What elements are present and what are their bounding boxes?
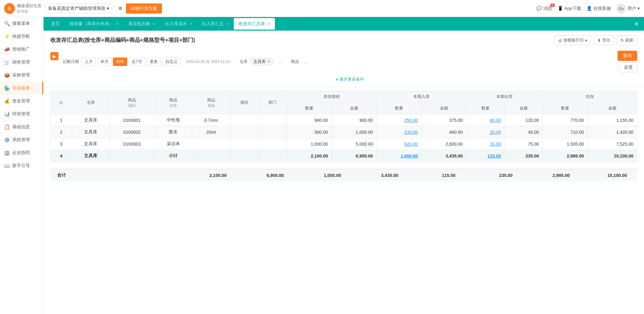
sidebar-label-operation: 经营管理 [12, 111, 30, 117]
sidebar-item-guide[interactable]: 📖 新手引导 [0, 159, 43, 172]
brand-icon: 6 [4, 3, 15, 14]
tab-summary[interactable]: 出入库汇总 ✕ [197, 18, 234, 30]
sidebar-item-search[interactable]: 🔍 搜索菜单 [0, 17, 43, 30]
table-body: 1文具库0100001中性笔0.7mm600.00900.00250.00375… [51, 114, 637, 162]
row-out-qty[interactable]: 115.00 [466, 150, 505, 162]
sidebar-item-marketing[interactable]: 📣 营销推广 [0, 43, 43, 56]
trial-button[interactable]: 体验行业方案 [126, 3, 162, 14]
row-in-qty-link[interactable]: 250.00 [404, 118, 418, 123]
row-in-qty-link[interactable]: 1,000.00 [401, 153, 418, 159]
filter-toggle-btn[interactable]: ▶ [50, 52, 59, 60]
sidebar-item-sales[interactable]: 🛒 销售管理 [0, 56, 43, 69]
sidebar-item-purchase[interactable]: 📦 采购管理 [0, 69, 43, 82]
sidebar-item-inventory[interactable]: 🏪 库存核算 [0, 82, 43, 95]
expand-more-btn[interactable]: ▾ 展开更多条件 [336, 75, 364, 84]
tab-close-summary[interactable]: ✕ [226, 22, 229, 26]
right-query-actions: 查询 设置 [617, 51, 637, 72]
tab-close-stock-dist[interactable]: ✕ [116, 22, 119, 26]
export-btn[interactable]: ⬇ 导出 [594, 35, 614, 45]
date-btn-this-year[interactable]: 本年 [113, 57, 127, 66]
tab-stock-dist[interactable]: 现存量（库存分布表） ✕ [65, 18, 123, 30]
row-product: 小计 [154, 150, 192, 162]
row-project [230, 114, 259, 126]
total-out-amt: 235.00 [459, 173, 516, 178]
expand-more-label: 展开更多条件 [340, 77, 364, 82]
service-icon: 👤 [587, 6, 592, 11]
date-filter-label: 记账日期 [63, 59, 79, 65]
goods-dots-btn[interactable]: ... [302, 59, 310, 65]
message-icon: 💬 [536, 6, 542, 11]
date-btn-custom[interactable]: 自定义 [162, 57, 181, 66]
warehouse-dots-btn[interactable]: ... [276, 59, 284, 65]
row-open-qty: 500.00 [287, 126, 332, 138]
brand-text: 畅捷通好生意 标准版 [17, 3, 42, 14]
sidebar: 🔍 搜索菜单 ⚡ 快捷导航 📣 营销推广 🛒 销售管理 📦 采购管理 🏪 [0, 17, 44, 314]
tab-bar-close-btn[interactable]: ✕ [631, 19, 641, 29]
row-bal-qty: 710.00 [543, 126, 588, 138]
sales-icon: 🛒 [4, 60, 10, 65]
row-dept [259, 126, 287, 138]
row-out-qty[interactable]: 80.00 [466, 114, 505, 126]
col-gear[interactable]: ⚙ [51, 91, 72, 114]
settings-icon-btn[interactable]: ⚙ [118, 6, 122, 11]
row-in-qty-link[interactable]: 520.00 [404, 142, 418, 147]
table-container: ⚙ 仓库 商品编码 商品名称 商品规格 项目 部门 库存期初 本期入库 本期出库 [44, 91, 644, 169]
row-out-qty-link[interactable]: 20.00 [490, 130, 501, 135]
tab-batch[interactable]: 库存批次账 ✕ [123, 18, 160, 30]
row-out-amt: 235.00 [505, 150, 543, 162]
date-btn-more[interactable]: 更多 [147, 57, 161, 66]
row-dept [259, 114, 287, 126]
sidebar-item-basic[interactable]: 📋 基础信息 [0, 120, 43, 133]
filter-content: 记账日期 上月 本月 本年 近7天 更多 自定义 2023-01-01 至 20… [63, 51, 637, 84]
user-arrow-icon: ▾ [638, 6, 640, 11]
row-in-qty[interactable]: 520.00 [377, 138, 422, 150]
row-in-qty-link[interactable]: 230.00 [404, 130, 418, 135]
sidebar-item-system[interactable]: ⚙️ 系统管理 [0, 133, 43, 146]
row-in-amt: 2,600.00 [422, 138, 466, 150]
set-btn[interactable]: 设置 [620, 62, 637, 72]
row-open-qty: 2,100.00 [287, 150, 332, 162]
tab-close-recv-send[interactable]: ✕ [267, 22, 270, 26]
sidebar-item-corp[interactable]: 🏢 企业协同 [0, 146, 43, 159]
sidebar-label-quick: 快捷导航 [12, 33, 30, 39]
sidebar-label-marketing: 营销推广 [12, 46, 30, 52]
row-in-qty[interactable]: 230.00 [377, 126, 422, 138]
sidebar-item-finance[interactable]: 💰 资金管理 [0, 95, 43, 108]
date-btn-7days[interactable]: 近7天 [129, 57, 145, 66]
tab-recv-send[interactable]: 收发存汇总表 ✕ [234, 18, 275, 30]
date-btn-this-month[interactable]: 本月 [97, 57, 112, 66]
row-out-qty-link[interactable]: 115.00 [488, 153, 501, 159]
messages-btn[interactable]: 💬 消息 6 [536, 5, 552, 12]
row-out-qty[interactable]: 20.00 [466, 126, 505, 138]
row-in-qty[interactable]: 1,000.00 [377, 150, 422, 162]
query-btn[interactable]: 查询 [617, 51, 637, 61]
refresh-btn-label: 刷新 [625, 37, 633, 43]
row-out-qty-link[interactable]: 15.00 [490, 142, 501, 147]
row-out-qty-link[interactable]: 80.00 [490, 118, 501, 123]
tab-home[interactable]: 首页 [46, 18, 65, 30]
print-template-btn[interactable]: 🖨 按模板打印 ▾ [554, 35, 591, 45]
col-bal-amt-header: 金额 [588, 103, 637, 114]
tab-close-batch[interactable]: ✕ [152, 22, 155, 26]
row-in-qty[interactable]: 250.00 [377, 114, 422, 126]
row-out-qty[interactable]: 15.00 [466, 138, 505, 150]
date-btn-last-month[interactable]: 上月 [82, 57, 96, 66]
row-in-amt: 3,435.00 [422, 150, 466, 162]
row-in-amt: 375.00 [422, 114, 466, 126]
row-warehouse: 文具库 [72, 114, 110, 126]
sidebar-item-operation[interactable]: 📊 经营管理 [0, 108, 43, 120]
online-service-btn[interactable]: 👤 在线客服 [587, 5, 611, 12]
warehouse-tag-close[interactable]: ✕ [267, 59, 270, 64]
sidebar-label-finance: 资金管理 [12, 98, 30, 104]
row-warehouse: 文具库 [72, 126, 110, 138]
system-selector[interactable]: 装备及固定资产辅助管理系统 ▾ [45, 4, 112, 13]
print-icon: 🖨 [558, 38, 562, 43]
app-download-btn[interactable]: 📱 App下载 [558, 5, 581, 12]
refresh-btn[interactable]: ↻ 刷新 [617, 35, 637, 45]
user-menu-btn[interactable]: Ea 用户 ▾ [616, 4, 640, 13]
tab-close-flow[interactable]: ✕ [189, 22, 192, 26]
row-spec: 20ml [192, 126, 230, 138]
sidebar-item-quick[interactable]: ⚡ 快捷导航 [0, 30, 43, 43]
tab-flow[interactable]: 出入库流水 ✕ [160, 18, 197, 30]
col-in-qty-header: 数量 [377, 103, 422, 114]
